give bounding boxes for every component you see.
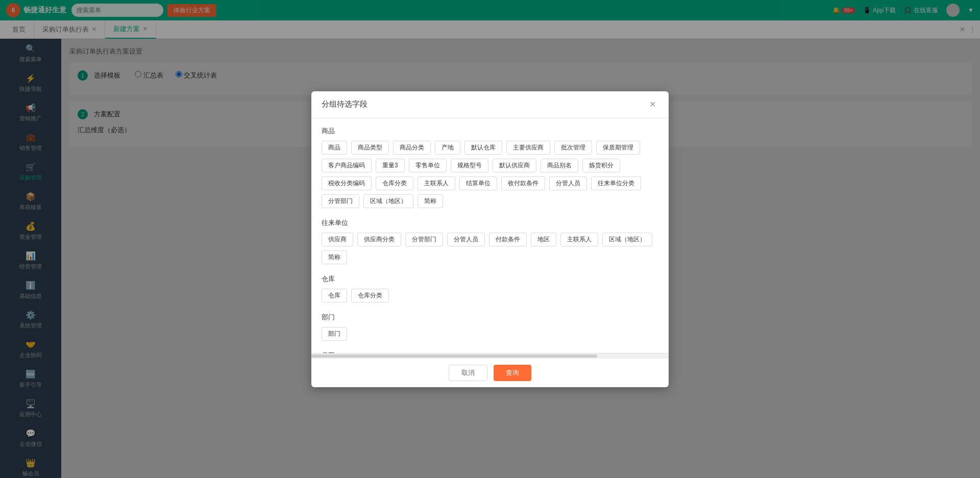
field-tag[interactable]: 区域（地区） xyxy=(363,194,413,208)
modal-footer: 取消 查询 xyxy=(311,358,669,387)
field-tag[interactable]: 供应商分类 xyxy=(357,233,401,246)
field-tag[interactable]: 商品分类 xyxy=(393,141,431,155)
field-tag[interactable]: 保质期管理 xyxy=(596,141,640,155)
field-tag[interactable]: 分管部门 xyxy=(405,233,443,246)
field-tag[interactable]: 主联系人 xyxy=(560,233,598,246)
section-goods-title: 商品 xyxy=(322,127,658,136)
modal: 分组待选字段 ✕ 商品 商品 商品类型 商品分类 产地 默认仓库 主要供应商 批… xyxy=(311,91,669,387)
section-department-title: 部门 xyxy=(322,313,658,322)
field-tag[interactable]: 客户商品编码 xyxy=(322,159,372,172)
modal-close-button[interactable]: ✕ xyxy=(646,98,658,111)
section-partner: 往来单位 供应商 供应商分类 分管部门 分管人员 付款条件 地区 主联系人 区域… xyxy=(322,218,658,264)
field-tag[interactable]: 默认供应商 xyxy=(493,159,536,172)
section-warehouse: 仓库 仓库 仓库分类 xyxy=(322,274,658,303)
modal-title: 分组待选字段 xyxy=(322,99,368,109)
modal-overlay: 分组待选字段 ✕ 商品 商品 商品类型 商品分类 产地 默认仓库 主要供应商 批… xyxy=(0,0,980,478)
cancel-button[interactable]: 取消 xyxy=(449,365,487,381)
field-tag[interactable]: 结算单位 xyxy=(459,177,497,190)
section-department-tags: 部门 xyxy=(322,327,658,341)
field-tag[interactable]: 仓库分类 xyxy=(376,177,413,190)
field-tag[interactable]: 往来单位分类 xyxy=(591,177,641,190)
field-tag[interactable]: 仓库分类 xyxy=(351,289,389,303)
field-tag[interactable]: 供应商 xyxy=(322,233,353,246)
field-tag[interactable]: 重量3 xyxy=(376,159,405,172)
field-tag[interactable]: 仓库 xyxy=(322,289,347,303)
confirm-button[interactable]: 查询 xyxy=(494,365,531,381)
field-tag[interactable]: 批次管理 xyxy=(554,141,592,155)
field-tag[interactable]: 付款条件 xyxy=(489,233,527,246)
modal-body: 商品 商品 商品类型 商品分类 产地 默认仓库 主要供应商 批次管理 保质期管理… xyxy=(311,118,669,353)
section-partner-tags: 供应商 供应商分类 分管部门 分管人员 付款条件 地区 主联系人 区域（地区） … xyxy=(322,233,658,264)
section-warehouse-title: 仓库 xyxy=(322,274,658,284)
field-tag[interactable]: 商品 xyxy=(322,141,347,155)
field-tag[interactable]: 简称 xyxy=(322,250,347,264)
field-tag[interactable]: 产地 xyxy=(435,141,460,155)
field-tag[interactable]: 主联系人 xyxy=(418,177,455,190)
field-tag[interactable]: 收付款条件 xyxy=(501,177,545,190)
section-department: 部门 部门 xyxy=(322,313,658,341)
field-tag[interactable]: 规格型号 xyxy=(451,159,488,172)
section-warehouse-tags: 仓库 仓库分类 xyxy=(322,289,658,303)
field-tag[interactable]: 税收分类编码 xyxy=(322,177,372,190)
section-goods-tags: 商品 商品类型 商品分类 产地 默认仓库 主要供应商 批次管理 保质期管理 客户… xyxy=(322,141,658,208)
field-tag[interactable]: 默认仓库 xyxy=(464,141,502,155)
modal-header: 分组待选字段 ✕ xyxy=(311,91,669,118)
field-tag[interactable]: 炼货积分 xyxy=(582,159,620,172)
field-tag[interactable]: 分管部门 xyxy=(322,194,359,208)
field-tag[interactable]: 地区 xyxy=(531,233,556,246)
field-tag[interactable]: 零售单位 xyxy=(409,159,447,172)
field-tag[interactable]: 主要供应商 xyxy=(506,141,550,155)
section-partner-title: 往来单位 xyxy=(322,218,658,228)
section-goods: 商品 商品 商品类型 商品分类 产地 默认仓库 主要供应商 批次管理 保质期管理… xyxy=(322,127,658,208)
modal-horizontal-scrollbar[interactable] xyxy=(311,353,669,358)
field-tag[interactable]: 分管人员 xyxy=(549,177,587,190)
field-tag[interactable]: 简称 xyxy=(418,194,443,208)
modal-hscroll-thumb xyxy=(311,355,597,358)
field-tag[interactable]: 部门 xyxy=(322,327,347,341)
field-tag[interactable]: 商品别名 xyxy=(541,159,578,172)
field-tag[interactable]: 区域（地区） xyxy=(602,233,652,246)
field-tag[interactable]: 分管人员 xyxy=(447,233,485,246)
field-tag[interactable]: 商品类型 xyxy=(351,141,389,155)
